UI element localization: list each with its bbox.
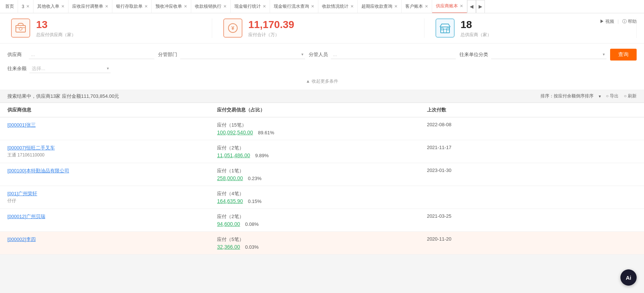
nav-tab-ar-ap-adjust[interactable]: 应收应付调整单 ✕ bbox=[69, 0, 112, 13]
close-tab-receipt-verify-icon[interactable]: ✕ bbox=[223, 4, 227, 9]
export-icon: ○ bbox=[606, 93, 609, 99]
payable-label-4: 应付（4笔） bbox=[217, 190, 427, 197]
money-icon: ¥ bbox=[223, 18, 242, 38]
payable-percent-3: 0.23% bbox=[248, 176, 262, 181]
col-header-supplier: 供应商信息 bbox=[7, 107, 217, 113]
close-tab-overdue-query-icon[interactable]: ✕ bbox=[394, 4, 398, 9]
chevron-down-icon: ▾ bbox=[599, 94, 601, 99]
collapse-label: 收起更多条件 bbox=[312, 78, 338, 85]
category-select-wrapper: ▾ bbox=[491, 50, 606, 59]
close-tab-3-icon[interactable]: ✕ bbox=[26, 4, 29, 9]
table-row[interactable]: [000012]广州贝瑞 应付（2笔） 94,600.00 0.08% 2021… bbox=[0, 209, 644, 232]
supplier-name-5[interactable]: [000012]广州贝瑞 bbox=[7, 214, 45, 219]
nav-tab-supplier-ledger[interactable]: 供应商账本 ✕ bbox=[432, 0, 467, 13]
nav-tab-3[interactable]: 3 ✕ bbox=[18, 0, 34, 13]
help-link[interactable]: ⓘ 帮助 bbox=[622, 19, 637, 24]
close-tab-customer-ledger-icon[interactable]: ✕ bbox=[425, 4, 428, 9]
payable-percent-2: 9.89% bbox=[255, 153, 269, 158]
nav-tab-cash-flow-query-label: 现金银行流水查询 bbox=[274, 3, 309, 10]
stat-payable-amount-value: 11,170.39 bbox=[248, 18, 294, 31]
balance-input[interactable] bbox=[29, 64, 107, 73]
payable-amount-2[interactable]: 11,051,486.00 bbox=[217, 152, 250, 158]
payable-amount-6[interactable]: 32,366.00 bbox=[217, 244, 240, 250]
nav-prev-arrow[interactable]: ◀ bbox=[467, 0, 476, 13]
supplier-name-4[interactable]: [001]广州荣轩 bbox=[7, 191, 37, 196]
close-tab-receipt-stat-icon[interactable]: ✕ bbox=[350, 4, 354, 9]
close-tab-other-income-icon[interactable]: ✕ bbox=[61, 4, 64, 9]
category-input[interactable] bbox=[491, 50, 603, 59]
payable-amount-1[interactable]: 100,092,540.00 bbox=[217, 130, 253, 135]
nav-tab-overdue-query[interactable]: 超期应收款查询 ✕ bbox=[358, 0, 402, 13]
department-input[interactable] bbox=[180, 50, 301, 59]
table-row[interactable]: [000002]李四 应付（5笔） 32,366.00 0.03% 2020-1… bbox=[0, 232, 644, 255]
nav-tab-customer-ledger[interactable]: 客户账本 ✕ bbox=[402, 0, 432, 13]
export-button[interactable]: ○ 导出 bbox=[606, 93, 619, 99]
department-dropdown-icon[interactable]: ▾ bbox=[301, 52, 305, 57]
nav-tab-receipt-stat[interactable]: 收款情况统计 ✕ bbox=[318, 0, 358, 13]
supplier-name-1[interactable]: [000001]张三 bbox=[7, 122, 36, 128]
supplier-icon bbox=[11, 18, 30, 38]
close-tab-bank-deposit-icon[interactable]: ✕ bbox=[144, 4, 148, 9]
balance-dropdown-icon[interactable]: ▾ bbox=[107, 66, 111, 71]
payable-info-5: 应付（2笔） 94,600.00 0.08% bbox=[217, 213, 427, 227]
refresh-button[interactable]: ○ 刷新 bbox=[624, 93, 637, 99]
filter-department: 分管部门 ▾ bbox=[158, 50, 305, 59]
video-link[interactable]: ▶ 视频 bbox=[600, 19, 616, 24]
nav-tab-other-income-label: 其他收入单 bbox=[37, 3, 59, 10]
filter-row-1: 供应商 分管部门 ▾ 分管人员 往来单位分类 ▾ 查询 bbox=[7, 49, 637, 61]
filter-department-label: 分管部门 bbox=[158, 51, 177, 58]
nav-tab-prepay-offset[interactable]: 预收冲应收单 ✕ bbox=[152, 0, 191, 13]
nav-tab-home-label: 首页 bbox=[5, 3, 14, 10]
payable-label-6: 应付（5笔） bbox=[217, 236, 427, 243]
nav-tab-home[interactable]: 首页 bbox=[1, 0, 18, 13]
supplier-name-6[interactable]: [000002]李四 bbox=[7, 237, 36, 242]
collapse-icon: ▲ bbox=[306, 79, 310, 84]
payable-info-4: 应付（4笔） 164,635.90 0.15% bbox=[217, 190, 427, 204]
nav-tab-prepay-offset-label: 预收冲应收单 bbox=[155, 3, 182, 10]
supplier-name-3[interactable]: [000100]本特勤油品有限公司 bbox=[7, 168, 69, 173]
close-tab-cash-flow-query-icon[interactable]: ✕ bbox=[311, 4, 314, 9]
stat-payable-amount-label: 应付合计（万） bbox=[248, 32, 294, 38]
sort-label[interactable]: 排序：按应付余额倒序排序 bbox=[540, 93, 594, 99]
supplier-info-6: [000002]李四 bbox=[7, 236, 217, 243]
stat-payable-suppliers: 13 总应付供应商（家） bbox=[7, 18, 212, 38]
nav-tab-cash-bank-stat-label: 现金银行统计 bbox=[234, 3, 261, 10]
payable-amount-3[interactable]: 258,000.00 bbox=[217, 175, 243, 181]
close-tab-supplier-ledger-icon[interactable]: ✕ bbox=[460, 4, 463, 8]
person-input[interactable] bbox=[331, 50, 456, 59]
table-row[interactable]: [000001]张三 应付（15笔） 100,092,540.00 89.61%… bbox=[0, 117, 644, 140]
nav-tab-cash-flow-query[interactable]: 现金银行流水查询 ✕ bbox=[270, 0, 318, 13]
top-navigation: 首页 3 ✕ 其他收入单 ✕ 应收应付调整单 ✕ 银行存取款单 ✕ 预收冲应收单… bbox=[0, 0, 644, 13]
svg-rect-6 bbox=[441, 28, 443, 30]
payable-amount-4[interactable]: 164,635.90 bbox=[217, 198, 243, 204]
search-button[interactable]: 查询 bbox=[610, 49, 637, 61]
nav-next-arrow[interactable]: ▶ bbox=[476, 0, 485, 13]
supplier-input[interactable] bbox=[29, 50, 154, 59]
nav-tab-bank-deposit[interactable]: 银行存取款单 ✕ bbox=[112, 0, 152, 13]
department-select-wrapper: ▾ bbox=[180, 50, 305, 59]
table-header: 供应商信息 应付交易信息（占比） 上次付数 bbox=[0, 103, 644, 117]
close-tab-ar-ap-adjust-icon[interactable]: ✕ bbox=[105, 4, 108, 9]
table-container: 供应商信息 应付交易信息（占比） 上次付数 [000001]张三 应付（15笔）… bbox=[0, 103, 644, 255]
filter-supplier: 供应商 bbox=[7, 50, 154, 59]
filter-category-label: 往来单位分类 bbox=[459, 51, 488, 58]
collapse-button[interactable]: ▲ 收起更多条件 bbox=[7, 77, 637, 86]
category-dropdown-icon[interactable]: ▾ bbox=[603, 52, 606, 57]
payable-info-6: 应付（5笔） 32,366.00 0.03% bbox=[217, 236, 427, 250]
supplier-name-2[interactable]: [000007]恒旺二手叉车 bbox=[7, 145, 55, 151]
close-tab-cash-bank-stat-icon[interactable]: ✕ bbox=[263, 4, 266, 9]
nav-tab-receipt-verify[interactable]: 收款核销执行 ✕ bbox=[191, 0, 231, 13]
col-header-last-payment: 上次付数 bbox=[427, 107, 637, 113]
nav-tab-other-income[interactable]: 其他收入单 ✕ bbox=[34, 0, 69, 13]
table-row[interactable]: [000100]本特勤油品有限公司 应付（1笔） 258,000.00 0.23… bbox=[0, 163, 644, 186]
table-row[interactable]: [001]广州荣轩 仔仔 应付（4笔） 164,635.90 0.15% bbox=[0, 186, 644, 209]
close-tab-prepay-offset-icon[interactable]: ✕ bbox=[184, 4, 187, 9]
payable-amount-5[interactable]: 94,600.00 bbox=[217, 221, 240, 227]
nav-tab-cash-bank-stat[interactable]: 现金银行统计 ✕ bbox=[231, 0, 270, 13]
supplier-sub-2: 王通 17106110000 bbox=[7, 152, 217, 158]
table-row[interactable]: [000007]恒旺二手叉车 王通 17106110000 应付（2笔） 11,… bbox=[0, 140, 644, 163]
payable-percent-1: 89.61% bbox=[258, 130, 274, 135]
refresh-label: 刷新 bbox=[628, 93, 637, 99]
divider: | bbox=[617, 19, 619, 24]
payable-percent-6: 0.03% bbox=[245, 244, 259, 250]
